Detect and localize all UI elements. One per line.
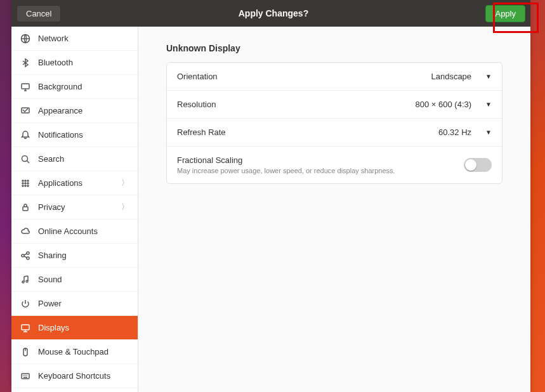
sidebar-item-privacy[interactable]: Privacy 〉 xyxy=(11,195,138,219)
fractional-scaling-toggle[interactable] xyxy=(464,158,492,172)
svg-point-12 xyxy=(27,185,29,186)
sidebar-item-power[interactable]: Power xyxy=(11,292,138,316)
refresh-row[interactable]: Refresh Rate 60.32 Hz ▼ xyxy=(167,119,502,147)
svg-point-3 xyxy=(22,155,28,161)
svg-point-16 xyxy=(27,257,29,259)
settings-window: Cancel Apply Changes? Apply Network Blue… xyxy=(11,0,530,392)
resolution-row[interactable]: Resolution 800 × 600 (4:3) ▼ xyxy=(167,91,502,119)
sidebar: Network Bluetooth Background Appearance … xyxy=(11,27,138,392)
sidebar-item-label: Search xyxy=(38,154,129,164)
search-icon xyxy=(20,154,30,164)
sidebar-item-bluetooth[interactable]: Bluetooth xyxy=(11,51,138,75)
svg-point-10 xyxy=(22,185,23,186)
sidebar-item-label: Background xyxy=(38,82,129,91)
sidebar-item-label: Notifications xyxy=(38,130,129,140)
sidebar-item-label: Online Accounts xyxy=(38,226,129,236)
sidebar-item-mouse[interactable]: Mouse & Touchpad xyxy=(11,340,138,364)
mouse-icon xyxy=(20,347,30,357)
power-icon xyxy=(20,299,30,309)
scaling-sublabel: May increase power usage, lower speed, o… xyxy=(177,167,456,174)
sidebar-item-label: Applications xyxy=(38,178,114,188)
svg-point-15 xyxy=(27,252,29,254)
cancel-button[interactable]: Cancel xyxy=(16,5,61,22)
chevron-right-icon: 〉 xyxy=(121,178,129,188)
svg-point-14 xyxy=(22,254,24,257)
window-body: Network Bluetooth Background Appearance … xyxy=(11,27,530,392)
display-icon xyxy=(20,323,30,333)
main-content: Unknown Display Orientation Landscape ▼ … xyxy=(138,27,530,392)
svg-rect-13 xyxy=(23,207,28,211)
chevron-right-icon: 〉 xyxy=(121,202,129,212)
appearance-icon xyxy=(20,106,30,116)
music-icon xyxy=(20,275,30,285)
sidebar-item-label: Power xyxy=(38,299,129,308)
sidebar-item-applications[interactable]: Applications 〉 xyxy=(11,171,138,195)
sidebar-item-displays[interactable]: Displays xyxy=(11,316,138,340)
sidebar-item-online-accounts[interactable]: Online Accounts xyxy=(11,219,138,244)
svg-point-9 xyxy=(27,183,29,184)
sidebar-item-notifications[interactable]: Notifications xyxy=(11,123,138,147)
row-label-group: Fractional Scaling May increase power us… xyxy=(177,155,456,174)
sidebar-item-appearance[interactable]: Appearance xyxy=(11,99,138,123)
sidebar-item-keyboard[interactable]: Keyboard Shortcuts xyxy=(11,364,138,388)
keyboard-icon xyxy=(20,371,30,381)
sidebar-item-label: Bluetooth xyxy=(38,58,129,67)
row-label: Refresh Rate xyxy=(177,127,431,137)
fractional-scaling-row: Fractional Scaling May increase power us… xyxy=(167,147,502,183)
lock-icon xyxy=(20,202,30,212)
monitor-icon xyxy=(20,82,30,92)
row-label: Resolution xyxy=(177,100,408,109)
svg-point-5 xyxy=(25,180,26,181)
svg-point-17 xyxy=(22,281,24,283)
section-title: Unknown Display xyxy=(166,43,502,53)
svg-point-8 xyxy=(25,183,26,184)
sidebar-item-label: Mouse & Touchpad xyxy=(38,347,129,356)
refresh-value: 60.32 Hz xyxy=(438,127,471,137)
dropdown-icon: ▼ xyxy=(485,73,492,80)
sidebar-item-label: Network xyxy=(38,34,129,43)
sidebar-item-search[interactable]: Search xyxy=(11,147,138,171)
row-label: Orientation xyxy=(177,72,423,81)
sidebar-item-label: Sharing xyxy=(38,251,129,260)
resolution-value: 800 × 600 (4:3) xyxy=(416,100,472,109)
scaling-label: Fractional Scaling xyxy=(177,155,456,165)
svg-rect-1 xyxy=(22,84,29,89)
svg-point-6 xyxy=(27,180,29,181)
sidebar-item-label: Sound xyxy=(38,275,129,284)
sidebar-item-label: Appearance xyxy=(38,106,129,115)
bluetooth-icon xyxy=(20,58,30,68)
sidebar-item-background[interactable]: Background xyxy=(11,75,138,99)
svg-rect-19 xyxy=(22,325,29,330)
orientation-row[interactable]: Orientation Landscape ▼ xyxy=(167,63,502,91)
grid-icon xyxy=(20,178,30,188)
cloud-icon xyxy=(20,226,30,237)
apply-button[interactable]: Apply xyxy=(485,5,525,22)
share-icon xyxy=(20,251,30,261)
globe-icon xyxy=(20,34,30,44)
titlebar: Cancel Apply Changes? Apply xyxy=(11,0,530,27)
sidebar-item-label: Keyboard Shortcuts xyxy=(38,371,129,381)
svg-point-11 xyxy=(25,185,26,186)
sidebar-item-sharing[interactable]: Sharing xyxy=(11,244,138,268)
dropdown-icon: ▼ xyxy=(485,129,492,136)
dropdown-icon: ▼ xyxy=(485,101,492,108)
sidebar-item-sound[interactable]: Sound xyxy=(11,268,138,292)
svg-point-4 xyxy=(22,180,23,181)
orientation-value: Landscape xyxy=(431,72,471,81)
svg-rect-21 xyxy=(22,374,29,379)
sidebar-item-label: Privacy xyxy=(38,202,114,212)
sidebar-item-label: Displays xyxy=(38,323,129,332)
display-settings-panel: Orientation Landscape ▼ Resolution 800 ×… xyxy=(166,62,502,184)
svg-point-7 xyxy=(22,183,23,184)
sidebar-item-network[interactable]: Network xyxy=(11,27,138,51)
window-title: Apply Changes? xyxy=(239,8,308,18)
bell-icon xyxy=(20,130,30,140)
svg-point-18 xyxy=(26,280,28,282)
